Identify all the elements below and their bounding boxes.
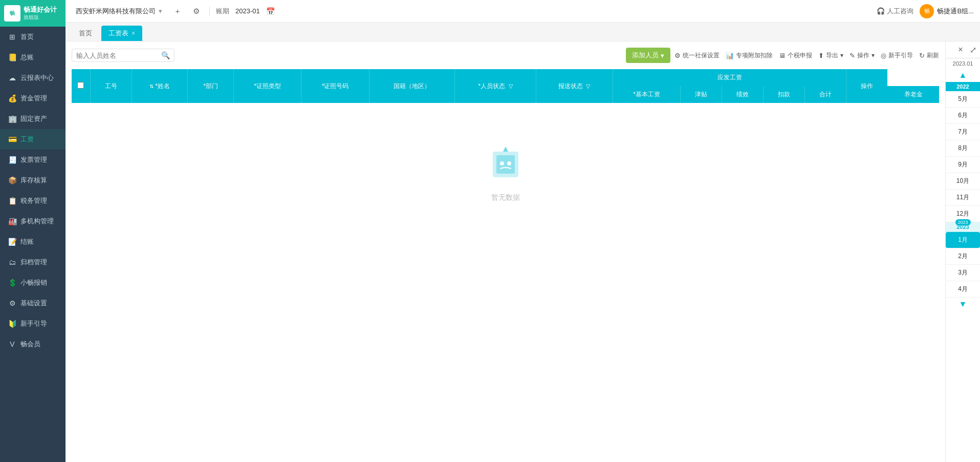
sidebar-icon-settings: ⚙ — [8, 299, 16, 307]
sidebar-label-ledger: 总账 — [20, 53, 34, 62]
year-2022-label: 2022 — [946, 82, 980, 91]
sidebar-item-home[interactable]: ⊞首页 — [0, 27, 66, 47]
sidebar-item-inventory[interactable]: 📦库存核算 — [0, 170, 66, 191]
sidebar-item-fund[interactable]: 💰资金管理 — [0, 88, 66, 109]
user-menu[interactable]: 畅 畅捷通B组... — [920, 4, 974, 18]
app-logo[interactable]: 畅 畅通好会计 旗舰版 — [0, 0, 66, 27]
sidebar-item-wage[interactable]: 💳工资 — [0, 129, 66, 150]
th-report-status: 报送状态 ▽ — [536, 69, 613, 103]
cal-month-2022-07[interactable]: 7月 — [946, 124, 980, 140]
sidebar-item-invoice[interactable]: 🧾发票管理 — [0, 150, 66, 170]
calendar-icon[interactable]: 📅 — [266, 7, 275, 15]
sidebar-item-settings[interactable]: ⚙基础设置 — [0, 293, 66, 313]
main-content: 西安虾米网络科技有限公司 ▾ + ⚙ 账期 2023-01 📅 🎧 人工咨询 畅… — [66, 0, 980, 462]
th-total: 合计 — [805, 86, 846, 103]
export-dropdown-icon: ▾ — [840, 52, 843, 59]
wage-area: 🔍 添加人员 ▾ ⚙ 统一社保设置 📊 专项附加扣除 — [66, 41, 945, 462]
sidebar-item-multi-org[interactable]: 🏭多机构管理 — [0, 211, 66, 232]
operations-dropdown-icon: ▾ — [872, 52, 875, 59]
sidebar-item-expense[interactable]: 💲小畅报销 — [0, 272, 66, 293]
th-deduct: 扣款 — [764, 86, 805, 103]
cal-month-2022-05[interactable]: 5月 — [946, 91, 980, 108]
sidebar-item-close[interactable]: 📝结账 — [0, 232, 66, 252]
th-cert-type: *证照类型 — [233, 69, 301, 103]
sidebar-item-tax[interactable]: 📋税务管理 — [0, 191, 66, 211]
cal-month-2022-06[interactable]: 6月 — [946, 108, 980, 124]
sidebar-icon-ledger: 📒 — [8, 53, 16, 61]
th-allowance: 津贴 — [681, 86, 722, 103]
th-region: 国籍（地区） — [369, 69, 454, 103]
th-pension: 养老金 — [887, 86, 939, 103]
cal-month-2023-03[interactable]: 3月 — [946, 265, 980, 281]
add-company-btn[interactable]: + — [170, 4, 185, 18]
headset-icon: 🎧 — [877, 7, 885, 15]
sidebar-icon-guide: 🔰 — [8, 320, 16, 328]
operations-label: 操作 — [857, 51, 869, 60]
search-input[interactable] — [76, 52, 158, 59]
tab-home[interactable]: 首页 — [72, 26, 99, 41]
sidebar-item-member[interactable]: V畅会员 — [0, 334, 66, 354]
sidebar-label-expense: 小畅报销 — [20, 278, 47, 287]
panel-expand-btn[interactable]: ⤢ — [967, 44, 979, 56]
months-2022: 5月6月7月8月9月10月11月12月 — [946, 91, 980, 222]
sidebar-label-invoice: 发票管理 — [20, 155, 47, 164]
report-status-filter-icon[interactable]: ▽ — [586, 83, 590, 89]
company-name: 西安虾米网络科技有限公司 — [76, 7, 156, 16]
sidebar-label-archive: 归档管理 — [20, 258, 47, 267]
refresh-icon: ↻ — [919, 52, 925, 59]
special-deduct-action[interactable]: 📊 专项附加扣除 — [726, 51, 773, 60]
sidebar-label-close: 结账 — [20, 237, 34, 246]
panel-close-btn[interactable]: × — [954, 44, 967, 56]
tab-wage-label: 工资表 — [108, 29, 128, 38]
refresh-action[interactable]: ↻ 刷新 — [919, 51, 939, 60]
cal-month-2022-09[interactable]: 9月 — [946, 157, 980, 173]
tax-declare-label: 个税申报 — [788, 51, 812, 60]
sidebar-icon-multi-org: 🏭 — [8, 217, 16, 225]
sidebar-item-guide[interactable]: 🔰新手引导 — [0, 313, 66, 334]
search-icon[interactable]: 🔍 — [161, 51, 170, 59]
content-area: 🔍 添加人员 ▾ ⚙ 统一社保设置 📊 专项附加扣除 — [66, 41, 980, 462]
add-person-btn[interactable]: 添加人员 ▾ — [626, 48, 670, 63]
operations-action[interactable]: ✎ 操作 ▾ — [850, 51, 875, 60]
settings-btn[interactable]: ⚙ — [189, 4, 203, 18]
cal-nav-down[interactable]: ▼ — [946, 298, 980, 311]
company-selector[interactable]: 西安虾米网络科技有限公司 ▾ — [72, 5, 166, 18]
special-deduct-label: 专项附加扣除 — [736, 51, 773, 60]
cal-month-2022-08[interactable]: 8月 — [946, 140, 980, 157]
empty-state: 暂无数据 — [72, 103, 939, 243]
refresh-label: 刷新 — [927, 51, 939, 60]
sidebar-item-fixed-assets[interactable]: 🏢固定资产 — [0, 109, 66, 129]
cal-month-2023-01[interactable]: 1月 — [946, 232, 980, 248]
cal-month-2022-10[interactable]: 10月 — [946, 173, 980, 190]
tab-close-icon[interactable]: × — [132, 30, 135, 37]
th-dept: *部门 — [188, 69, 233, 103]
logo-icon: 畅 — [4, 5, 20, 22]
cal-nav-up[interactable]: ▲ — [946, 69, 980, 82]
svg-point-2 — [500, 161, 504, 165]
guide-action[interactable]: ◎ 新手引导 — [881, 51, 913, 60]
service-btn[interactable]: 🎧 人工咨询 — [877, 7, 913, 16]
wage-table: 工号 ⇅ *姓名 *部门 *证照类型 *证照号码 国籍（地区） *人员状态 ▽ — [72, 69, 939, 103]
sidebar-icon-expense: 💲 — [8, 279, 16, 287]
period-value: 2023-01 — [235, 7, 260, 15]
period-label: 账期 — [216, 7, 229, 16]
export-action[interactable]: ⬆ 导出 ▾ — [818, 51, 843, 60]
tax-declare-action[interactable]: 🖥 个税申报 — [779, 51, 812, 60]
calendar-panel: × ⤢ 2023.01 ▲ 2022 5月6月7月8月9月10月11月12月 2… — [945, 41, 980, 462]
months-2023: 1月2月3月4月 — [946, 232, 980, 298]
sidebar-icon-tax: 📋 — [8, 197, 16, 205]
cal-month-2023-04[interactable]: 4月 — [946, 281, 980, 298]
search-wrap: 🔍 — [72, 49, 175, 62]
cal-month-2022-11[interactable]: 11月 — [946, 190, 980, 206]
social-security-action[interactable]: ⚙ 统一社保设置 — [674, 51, 720, 60]
select-all-checkbox[interactable] — [77, 82, 84, 89]
sidebar-item-ledger[interactable]: 📒总账 — [0, 47, 66, 68]
person-status-filter-icon[interactable]: ▽ — [509, 83, 513, 89]
cal-month-2023-02[interactable]: 2月 — [946, 248, 980, 265]
th-no: 工号 — [90, 69, 132, 103]
th-cert-no: *证照号码 — [301, 69, 369, 103]
tab-wage-table[interactable]: 工资表 × — [101, 26, 142, 41]
sidebar-item-cloud-report[interactable]: ☁云报表中心 — [0, 68, 66, 88]
sidebar: 畅 畅通好会计 旗舰版 ⊞首页📒总账☁云报表中心💰资金管理🏢固定资产💳工资🧾发票… — [0, 0, 66, 462]
sidebar-item-archive[interactable]: 🗂归档管理 — [0, 252, 66, 272]
